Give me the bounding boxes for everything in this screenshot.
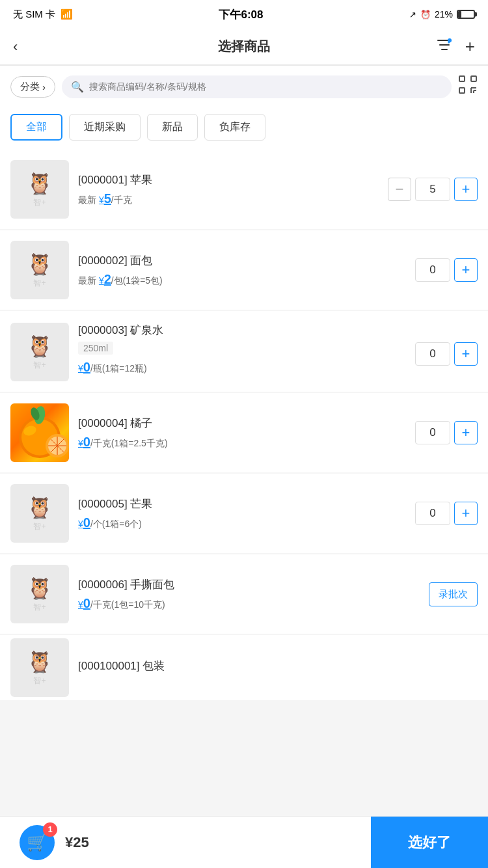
search-input-wrap: 🔍 — [62, 75, 452, 98]
status-time: 下午6:08 — [219, 7, 263, 22]
confirm-button[interactable]: 选好了 — [371, 817, 488, 869]
tab-negative[interactable]: 负库存 — [204, 114, 265, 141]
price-prefix: ¥ — [99, 275, 104, 286]
price-value: 0 — [83, 596, 90, 610]
qty-control: + — [415, 342, 478, 366]
qty-input[interactable] — [415, 502, 450, 525]
product-name: [000100001] 包装 — [78, 658, 478, 673]
product-info: [0000002] 面包 最新 ¥2/包(1袋=5包) — [78, 253, 406, 287]
product-price: ¥0/个(1箱=6个) — [78, 515, 406, 530]
qty-plus-button[interactable]: + — [454, 178, 478, 201]
product-price: ¥0/千克(1包=10千克) — [78, 596, 420, 611]
tab-new[interactable]: 新品 — [147, 114, 198, 141]
product-list: 🦉 智+ [0000001] 苹果 最新 ¥5/千克 − + 🦉 智+ [000… — [0, 150, 488, 700]
price-prefix: ¥ — [78, 363, 83, 373]
owl-icon: 🦉 — [27, 649, 53, 674]
list-item: 🦉 智+ [0000005] 芒果 ¥0/个(1箱=6个) + — [0, 474, 488, 553]
battery-icon — [457, 10, 475, 19]
price-unit: /瓶(1箱=12瓶) — [90, 363, 147, 373]
product-info: [0000004] 橘子 ¥0/千克(1箱=2.5千克) — [78, 416, 406, 450]
qty-input[interactable] — [415, 178, 450, 201]
product-info: [0000001] 苹果 最新 ¥5/千克 — [78, 172, 379, 206]
price-value: 0 — [83, 515, 90, 530]
price-value: 2 — [104, 272, 111, 286]
bottom-bar: 🛒 1 ¥25 选好了 — [0, 816, 488, 868]
qty-minus-button[interactable]: − — [388, 178, 411, 201]
owl-icon: 🦉 — [27, 576, 53, 601]
qty-control: + — [415, 502, 478, 525]
price-unit: /千克(1箱=2.5千克) — [90, 438, 168, 448]
cart-button[interactable]: 🛒 1 — [20, 825, 55, 860]
cart-total: ¥25 — [65, 834, 89, 851]
product-price: ¥0/千克(1箱=2.5千克) — [78, 435, 406, 450]
qty-plus-button[interactable]: + — [454, 342, 478, 366]
alarm-icon: ⏰ — [420, 10, 431, 20]
location-icon: ↗ — [409, 10, 416, 20]
product-name: [0000005] 芒果 — [78, 496, 406, 511]
cart-icon: 🛒 — [27, 832, 47, 852]
qty-plus-button[interactable]: + — [454, 421, 478, 444]
product-name: [0000006] 手撕面包 — [78, 577, 420, 592]
owl-icon: 🦉 — [27, 252, 53, 277]
price-prefix: ¥ — [78, 599, 83, 610]
product-price: 最新 ¥5/千克 — [78, 191, 379, 206]
qty-input[interactable] — [415, 342, 450, 366]
tab-recent[interactable]: 近期采购 — [69, 114, 141, 141]
list-item: 🦉 智+ [0000002] 面包 最新 ¥2/包(1袋=5包) + — [0, 230, 488, 310]
qty-plus-button[interactable]: + — [454, 258, 478, 282]
status-left: 无 SIM 卡 📶 — [13, 8, 73, 21]
cart-section: 🛒 1 ¥25 — [0, 825, 371, 860]
search-row: 分类 › 🔍 — [0, 66, 488, 107]
price-value: 0 — [83, 360, 90, 374]
list-item: 🦉 智+ [000100001] 包装 — [0, 635, 488, 700]
scan-icon[interactable] — [458, 75, 478, 98]
battery-label: 21% — [435, 9, 453, 20]
qty-input[interactable] — [415, 258, 450, 282]
category-label: 分类 — [20, 81, 40, 93]
batch-button[interactable]: 录批次 — [429, 582, 478, 606]
price-prefix: ¥ — [99, 195, 104, 205]
price-prefix: ¥ — [78, 438, 83, 448]
back-button[interactable]: ‹ — [13, 38, 18, 55]
price-value: 0 — [83, 435, 90, 449]
product-price: 最新 ¥2/包(1袋=5包) — [78, 272, 406, 287]
wifi-icon: 📶 — [61, 8, 73, 20]
product-name: [0000002] 面包 — [78, 253, 406, 268]
product-spec: 250ml — [78, 342, 113, 355]
product-price: ¥0/瓶(1箱=12瓶) — [78, 360, 406, 375]
chevron-right-icon: › — [42, 81, 46, 92]
svg-rect-7 — [459, 88, 465, 93]
product-image: 🦉 智+ — [10, 160, 69, 219]
product-image: 🦉 智+ — [10, 323, 69, 381]
qty-control: − + — [388, 178, 478, 201]
product-name: [0000003] 矿泉水 — [78, 323, 406, 338]
price-unit: /千克 — [111, 195, 132, 205]
filter-icon[interactable] — [437, 38, 452, 55]
tab-all[interactable]: 全部 — [10, 114, 62, 141]
add-button[interactable]: + — [465, 36, 475, 57]
product-name: [0000001] 苹果 — [78, 172, 379, 187]
price-unit: /个(1箱=6个) — [90, 519, 142, 529]
list-item: 🦉 智+ [0000003] 矿泉水 250ml ¥0/瓶(1箱=12瓶) + — [0, 311, 488, 392]
category-button[interactable]: 分类 › — [10, 76, 55, 98]
qty-control: + — [415, 258, 478, 282]
nav-right: + — [437, 36, 475, 57]
price-prefix: ¥ — [78, 519, 83, 529]
search-icon: 🔍 — [71, 81, 84, 93]
price-unit: /千克(1包=10千克) — [90, 599, 165, 610]
owl-icon: 🦉 — [27, 171, 53, 196]
status-right: ↗ ⏰ 21% — [409, 9, 475, 20]
tabs-row: 全部 近期采购 新品 负库存 — [0, 107, 488, 150]
qty-plus-button[interactable]: + — [454, 502, 478, 525]
product-name: [0000004] 橘子 — [78, 416, 406, 431]
svg-rect-6 — [471, 76, 476, 81]
price-unit: /包(1袋=5包) — [111, 275, 163, 286]
qty-input[interactable] — [415, 421, 450, 444]
price-value: 5 — [104, 191, 111, 206]
product-info: [000100001] 包装 — [78, 658, 478, 677]
qty-control: 录批次 — [429, 582, 478, 606]
list-item: 🦉 智+ [0000006] 手撕面包 ¥0/千克(1包=10千克) 录批次 — [0, 554, 488, 634]
product-info: [0000006] 手撕面包 ¥0/千克(1包=10千克) — [78, 577, 420, 611]
product-info: [0000003] 矿泉水 250ml ¥0/瓶(1箱=12瓶) — [78, 323, 406, 375]
search-input[interactable] — [89, 81, 442, 92]
